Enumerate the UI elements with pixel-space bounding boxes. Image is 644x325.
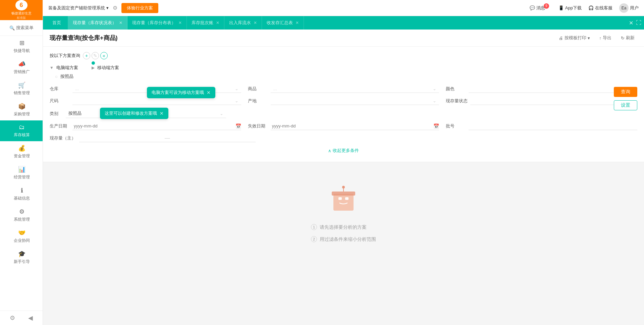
inventory-status-select[interactable]: ⌄ (470, 97, 637, 105)
sidebar-item-finance[interactable]: 💰 资金管理 (0, 141, 43, 162)
filter-row-header: 按以下方案查询 + ✎ « 电脑方案可设为移动方案哦 ✕ 这里可以创建和修 (50, 52, 637, 59)
filter-batch: 批号 (446, 122, 637, 130)
add-scheme-btn[interactable]: + (83, 52, 90, 59)
svg-point-5 (342, 186, 345, 188)
tabbar-right: ✕ ⛶ (629, 20, 641, 26)
prod-date-input[interactable] (72, 122, 234, 130)
mobile-scheme-section: ▶ 移动端方案 (92, 63, 119, 81)
search-reset-col: 查询 设置 (614, 87, 637, 110)
user-btn[interactable]: Ea 用户 (619, 3, 639, 13)
sidebar-item-quick-nav[interactable]: ⊞ 快捷导航 (0, 36, 43, 57)
search-menu-btn[interactable]: 🔍 搜索菜单 (3, 23, 40, 33)
refresh-btn[interactable]: ↻ 刷新 (618, 34, 637, 42)
origin-select[interactable]: ⌄ (271, 97, 439, 105)
tab-close-inventory-status[interactable]: ✕ (119, 20, 122, 25)
sidebar-bottom: ⚙ ◀ (0, 311, 43, 325)
tab-home[interactable]: 首页 (46, 16, 68, 30)
sidebar-item-basic-info[interactable]: ℹ 基础信息 (0, 183, 43, 205)
size-select-arrow-icon: ⌄ (235, 98, 238, 103)
avatar: Ea (619, 3, 629, 13)
sidebar-logo: 6 畅捷通好生意 标准版 (0, 0, 43, 20)
sidebar-item-marketing[interactable]: 📣 营销推广 (0, 57, 43, 78)
empty-text: 1 请先选择要分析的方案 2 用过滤条件来缩小分析范围 (311, 222, 376, 244)
reset-btn[interactable]: 设置 (614, 100, 637, 110)
filter-date-row: 生产日期 📅 失效日期 📅 批号 (50, 122, 637, 130)
inventory-dash: — (165, 135, 170, 141)
empty-illustration (327, 182, 360, 216)
sidebar-item-purchase[interactable]: 📦 采购管理 (0, 99, 43, 120)
tab-batch-ledger[interactable]: 库存批次账 ✕ (187, 16, 224, 30)
sidebar-item-sales[interactable]: 🛒 销售管理 (0, 78, 43, 99)
filter-header-label: 按以下方案查询 (50, 53, 80, 59)
operations-icon: 📊 (18, 166, 25, 173)
tab-inventory-dist[interactable]: 现存量（库存分布表） ✕ (127, 16, 187, 30)
tab-close-inventory-dist[interactable]: ✕ (178, 20, 182, 25)
sidebar-item-enterprise[interactable]: 🤝 企业协同 (0, 226, 43, 247)
settings-bottom-icon[interactable]: ⚙ (10, 314, 15, 322)
inventory-min-input[interactable] (79, 134, 163, 142)
settings-icon[interactable]: ⚙ (113, 5, 117, 11)
tooltip-close-edit[interactable]: ✕ (160, 111, 164, 116)
sidebar-item-guide[interactable]: 🎓 新手引导 (0, 247, 43, 268)
desktop-scheme-items: ○ 按照品 (50, 72, 78, 81)
collapse-sidebar-icon[interactable]: ◀ (28, 314, 33, 322)
sidebar-search-section: 🔍 搜索菜单 (0, 20, 43, 36)
prod-date-range: 📅 (72, 122, 241, 130)
origin-select-arrow-icon: ⌄ (433, 98, 436, 103)
sidebar-item-system[interactable]: ⚙ 系统管理 (0, 205, 43, 226)
chevron-down-icon: ▾ (106, 5, 109, 10)
headset-icon: 🎧 (588, 5, 594, 10)
scheme-item-1[interactable]: ○ 按照品 (55, 72, 78, 81)
filter-grid-row1: 仓库 ... ⌄ 商品 ... ⌄ 颜色 (50, 85, 637, 93)
filter-area: 按以下方案查询 + ✎ « 电脑方案可设为移动方案哦 ✕ 这里可以创建和修 (43, 47, 644, 162)
back-btn[interactable]: « (100, 52, 108, 59)
inventory-max-input[interactable] (172, 134, 256, 142)
tab-inventory-status[interactable]: 现存量（库存状况表） ✕ (68, 16, 127, 30)
purchase-icon: 📦 (18, 103, 25, 110)
tab-fullscreen-icon[interactable]: ⛶ (636, 20, 641, 26)
edit-scheme-btn[interactable]: ✎ (92, 52, 99, 59)
tab-close-all-icon[interactable]: ✕ (629, 20, 633, 26)
goods-select-arrow-icon: ⌄ (433, 86, 436, 91)
search-btn[interactable]: 查询 (614, 87, 637, 97)
prod-date-calendar-icon[interactable]: 📅 (235, 123, 241, 129)
collapse-btn[interactable]: ∧ 收起更多条件 (50, 145, 637, 156)
print-chevron-icon: ▾ (588, 36, 590, 41)
tab-close-batch-ledger[interactable]: ✕ (216, 20, 219, 25)
system-selector[interactable]: 装备及固定资产辅助管理系统 ▾ (48, 5, 109, 11)
refresh-icon: ↻ (621, 36, 625, 41)
sidebar-item-operations[interactable]: 📊 经营管理 (0, 162, 43, 183)
filter-color: 颜色 ⌄ (446, 85, 637, 93)
tab-close-recv-ship[interactable]: ✕ (296, 20, 299, 25)
scheme-radio: ○ (55, 74, 58, 79)
export-btn[interactable]: ↑ 导出 (597, 34, 614, 42)
desktop-scheme-header[interactable]: ▼ 电脑端方案 (50, 63, 78, 72)
tab-recv-ship[interactable]: 收发存汇总表 ✕ (262, 16, 304, 30)
tab-close-in-out-flow[interactable]: ✕ (254, 20, 257, 25)
exp-date-input[interactable] (271, 122, 432, 130)
tooltip-edit-scheme: 这里可以创建和修改方案哦 ✕ (100, 108, 168, 119)
filter-exp-date: 失效日期 📅 (248, 122, 439, 130)
app-download-btn[interactable]: 📱 App下载 (558, 5, 582, 11)
svg-rect-0 (333, 194, 354, 211)
step-num-1: 1 (311, 224, 317, 230)
filter-inventory-status: 现存量状态 ⌄ (446, 97, 637, 105)
print-btn[interactable]: 🖨 按模板打印 ▾ (556, 34, 593, 42)
page-header: 现存量查询(按仓库+商品) 🖨 按模板打印 ▾ ↑ 导出 ↻ 刷新 (43, 30, 644, 47)
page-content: 现存量查询(按仓库+商品) 🖨 按模板打印 ▾ ↑ 导出 ↻ 刷新 (43, 30, 644, 325)
exp-date-calendar-icon[interactable]: 📅 (433, 123, 439, 129)
message-btn[interactable]: 💬 消息 9 (530, 5, 552, 11)
trial-btn[interactable]: 体验行业方案 (121, 3, 158, 13)
batch-input[interactable] (469, 122, 637, 130)
mobile-scheme-header[interactable]: ▶ 移动端方案 (92, 63, 119, 72)
filter-origin: 产地 ⌄ (248, 97, 439, 105)
online-service-btn[interactable]: 🎧 在线客服 (588, 5, 612, 11)
goods-select[interactable]: ... ⌄ (271, 85, 439, 93)
color-select[interactable]: ⌄ (469, 85, 637, 93)
tab-in-out-flow[interactable]: 出入库流水 ✕ (224, 16, 262, 30)
sidebar-item-inventory[interactable]: 🗂 库存核算 (0, 120, 43, 141)
desktop-scheme-section: ▼ 电脑端方案 ○ 按照品 (50, 63, 78, 81)
step-num-2: 2 (311, 236, 317, 242)
system-icon: ⚙ (19, 208, 24, 215)
tooltip-close-desktop[interactable]: ✕ (207, 90, 211, 95)
